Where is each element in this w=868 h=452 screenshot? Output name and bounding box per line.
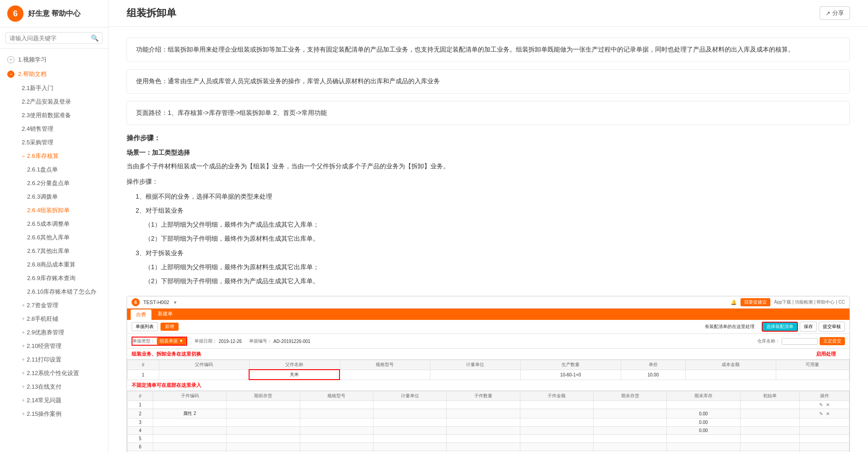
app-name: 好生意 帮助中心	[28, 9, 80, 19]
app-lower-table-wrap: # 子件编码 期前存货 规格型号 计量单位 子件数量 子件金额 期末存货 期末库…	[127, 391, 849, 452]
app-toolbar: 单据列表 新增 有装配清单的在这里处理 选择装配清单 保存 提交审核	[127, 320, 849, 334]
sidebar-sub-2-6: 2.6.1盘点单 2.6.2分量盘点单 2.6.3调拨单 2.6.4组装拆卸单 …	[18, 163, 108, 299]
app-date-field: 单据日期： 2019-12-26	[194, 338, 242, 344]
cell-qty: 10-60-1+0	[520, 370, 621, 380]
cell-avail	[776, 370, 849, 380]
col-lh-qty: 子件数量	[447, 391, 520, 401]
scene1-desc: 当由多个子件材料组装成一个成品的业务为【组装】业务，当由一个父件拆分成多个子产品…	[127, 161, 850, 172]
sidebar-item-2-9[interactable]: + 2.9优惠券管理	[18, 326, 108, 339]
app-save-btn[interactable]: 保存	[800, 322, 817, 332]
app-num-field: 单据编号： AD-20191226-001	[249, 338, 311, 344]
table-row: 1 关米 10-60-1+0 10.00	[127, 370, 849, 380]
sidebar-item-2-6-2[interactable]: 2.6.2分量盘点单	[24, 176, 108, 190]
sidebar-item-2[interactable]: − 2.帮助文档	[0, 67, 108, 81]
app-type-field: 单据类型： 组装单据 ▼	[132, 337, 187, 346]
annotation-5: 不固定清单可在底部在这里录入	[127, 380, 849, 391]
steps-label: 操作步骤：	[127, 176, 850, 187]
app-wh-input[interactable]	[782, 338, 818, 345]
sidebar-item-2-6-8[interactable]: 2.6.8商品成本重算	[24, 258, 108, 271]
sidebar-sub-2: 2.1新手入门 2.2产品安装及登录 2.3使用前数据准备 2.4销售管理 2.…	[0, 81, 108, 421]
app-form-row: 单据类型： 组装单据 ▼ 单据日期： 2019-12-26 单据编号： AD-2…	[127, 334, 849, 349]
app-tab-active[interactable]: 自费	[131, 309, 151, 320]
share-icon: ↗	[826, 10, 830, 17]
sidebar-item-2-6-9[interactable]: 2.6.9库存账本查询	[24, 271, 108, 285]
sidebar-item-2-6-1[interactable]: 2.6.1盘点单	[24, 163, 108, 176]
sidebar-item-2-1[interactable]: 2.1新手入门	[18, 81, 108, 95]
col-lh-unit: 计量单位	[373, 391, 446, 401]
app-type-value[interactable]: 组装单据 ▼	[157, 338, 186, 345]
row-del-icon[interactable]: ✕	[826, 402, 830, 407]
app-logo-sm: 6	[132, 298, 140, 306]
step-1: 1、根据不同的业务，选择不同单据的类型来处理	[127, 191, 850, 202]
col-lh-prev: 期前存货	[226, 391, 300, 401]
search-box: 🔍	[0, 28, 108, 49]
app-wh-field: 仓库名称： 立定提交	[757, 337, 845, 345]
sidebar-item-2-7[interactable]: + 2.7资金管理	[18, 299, 108, 312]
lower-row-5: 5	[127, 435, 849, 443]
intro-text-2: 使用角色：通常由生产人员或库管人员完成拆装业务的操作，库管人员确认原材料的出库和…	[136, 76, 840, 87]
row2-del-icon[interactable]: ✕	[826, 411, 830, 416]
sidebar-item-2-13[interactable]: + 2.13在线支付	[18, 380, 108, 394]
col-h-name: 父件名称	[249, 360, 340, 370]
app-back-btn[interactable]: 单据列表	[132, 322, 158, 331]
sidebar-item-1[interactable]: + 1.视频学习	[0, 52, 108, 67]
share-button[interactable]: ↗ 分享	[820, 6, 850, 20]
page-title: 组装拆卸单	[127, 6, 176, 20]
app-suggest-btn[interactable]: 我要提建议	[741, 298, 770, 306]
sidebar-item-2-5[interactable]: 2.5采购管理	[18, 136, 108, 149]
col-h-qty: 生产数量	[520, 360, 621, 370]
sidebar-item-2-6[interactable]: − 2.6库存核算	[18, 149, 108, 163]
col-lh-num: #	[127, 391, 153, 401]
app-num-value: AD-20191226-001	[274, 339, 311, 344]
app-date-label: 单据日期：	[194, 338, 217, 344]
sidebar-item-2-3[interactable]: 2.3使用前数据准备	[18, 109, 108, 122]
sidebar-item-2-6-3[interactable]: 2.6.3调拨单	[24, 190, 108, 204]
sidebar-item-2-8[interactable]: + 2.8手机旺铺	[18, 312, 108, 326]
app-select-list-btn[interactable]: 选择装配清单	[762, 322, 798, 332]
breadcrumb-text: 页面路径：1、库存核算->库存管理->组装拆卸单 2、首页->常用功能	[136, 108, 840, 119]
search-icon[interactable]: 🔍	[91, 34, 99, 42]
sidebar-label-2: 2.帮助文档	[18, 70, 47, 78]
app-lower-table: # 子件编码 期前存货 规格型号 计量单位 子件数量 子件金额 期末存货 期末库…	[127, 391, 849, 452]
cell-name: 关米	[249, 370, 340, 380]
app-company: TEST-H002	[143, 300, 169, 305]
row2-edit-icon[interactable]: ✎	[819, 411, 823, 416]
sidebar-item-2-10[interactable]: + 2.10经营管理	[18, 339, 108, 353]
sidebar-item-2-6-10[interactable]: 2.6.10库存账本错了怎么办	[24, 285, 108, 299]
lower-row-6: 6	[127, 443, 849, 451]
step-2-2: （2）下部明细为子件明细，最终作为原材料生成其它出库单。	[127, 233, 850, 244]
app-tab-new[interactable]: 新建单	[152, 309, 178, 320]
app-submit-btn[interactable]: 提交审核	[819, 322, 845, 332]
app-logo: 6	[7, 5, 24, 22]
sidebar-item-2-6-7[interactable]: 2.6.7其他出库单	[24, 244, 108, 258]
sidebar-item-2-2[interactable]: 2.2产品安装及登录	[18, 95, 108, 109]
col-lh-spec: 规格型号	[300, 391, 373, 401]
app-new-btn[interactable]: 新增	[160, 323, 179, 331]
app-right-btns: 选择装配清单 保存 提交审核	[762, 322, 845, 332]
sidebar-item-2-12[interactable]: + 2.12系统个性化设置	[18, 366, 108, 380]
intro-text-1: 功能介绍：组装拆卸单用来处理企业组装或拆卸等加工业务，支持有固定装配清单的产品加…	[136, 44, 840, 55]
cell-spec	[340, 370, 430, 380]
app-topbar: 6 TEST-H002 ▼ 🔔 我要提建议 App下载 | 功能检测 | 帮助中…	[127, 296, 849, 309]
col-h-unit: 计量单位	[430, 360, 520, 370]
app-confirm-btn[interactable]: 立定提交	[820, 337, 845, 345]
row-edit-icon[interactable]: ✎	[819, 402, 823, 407]
cell-unit	[430, 370, 520, 380]
app-wh-label: 仓库名称：	[757, 338, 780, 344]
annotation-3: 组装业务、拆卸业务在这里切换	[132, 351, 201, 357]
sidebar-item-2-6-6[interactable]: 2.6.6其他入库单	[24, 231, 108, 244]
sidebar-item-2-14[interactable]: + 2.14常见问题	[18, 394, 108, 407]
app-annotation-1-text: 有装配清单的在这里处理	[705, 324, 755, 330]
app-tabs-row: 组装业务、拆卸业务在这里切换 启用处理	[127, 349, 849, 360]
step-2: 2、对于组装业务	[127, 205, 850, 216]
col-h-price: 单价	[621, 360, 685, 370]
sidebar-item-2-6-5[interactable]: 2.6.5成本调整单	[24, 217, 108, 231]
col-lh-code: 子件编码	[153, 391, 226, 401]
sidebar-item-2-4[interactable]: 2.4销售管理	[18, 122, 108, 136]
step-3-2: （2）下部明细为子件明细，最终作为产成品生成其它入库单。	[127, 276, 850, 287]
sidebar-item-2-6-4[interactable]: 2.6.4组装拆卸单	[24, 204, 108, 217]
search-input[interactable]	[9, 35, 91, 42]
cell-price: 10.00	[621, 370, 685, 380]
sidebar-item-2-15[interactable]: + 2.15操作案例	[18, 407, 108, 421]
sidebar-item-2-11[interactable]: + 2.11打印设置	[18, 353, 108, 366]
